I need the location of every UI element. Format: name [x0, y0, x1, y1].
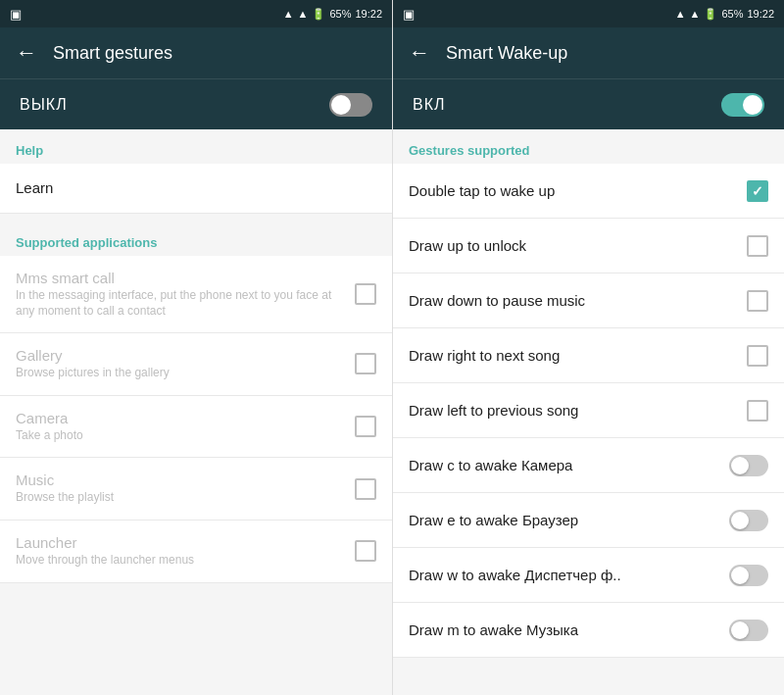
- list-item-music[interactable]: Music Browse the playlist: [0, 458, 392, 521]
- left-mms-title: Mms smart call: [16, 270, 345, 286]
- right-draw-e-toggle-knob: [731, 512, 749, 529]
- right-battery-icon: 🔋: [704, 8, 717, 21]
- left-top-bar: ← Smart gestures: [0, 27, 392, 78]
- right-draw-right-text: Draw right to next song: [409, 347, 737, 364]
- right-draw-c-toggle-knob: [731, 457, 749, 474]
- right-draw-m-title: Draw m to awake Музыка: [409, 621, 719, 638]
- right-draw-down-checkbox[interactable]: [747, 290, 768, 312]
- left-camera-subtitle: Take a photo: [16, 428, 345, 444]
- right-item-draw-c[interactable]: Draw c to awake Камера: [393, 438, 784, 493]
- list-item-gallery[interactable]: Gallery Browse pictures in the gallery: [0, 333, 392, 396]
- left-back-button[interactable]: ←: [16, 40, 37, 66]
- right-draw-m-toggle-knob: [731, 621, 749, 639]
- right-signal-icon: ▲: [690, 8, 701, 20]
- right-draw-c-toggle[interactable]: [729, 455, 768, 476]
- left-music-text: Music Browse the playlist: [16, 472, 345, 506]
- left-sim-icon: ▣: [10, 7, 22, 22]
- right-section-gestures: Gestures supported: [393, 129, 784, 164]
- left-mms-subtitle: In the messaging interface, put the phon…: [16, 288, 345, 319]
- left-launcher-checkbox[interactable]: [355, 540, 376, 562]
- right-draw-m-toggle[interactable]: [729, 620, 768, 641]
- right-item-draw-w[interactable]: Draw w to awake Диспетчер ф..: [393, 548, 784, 603]
- left-launcher-title: Launcher: [16, 534, 345, 551]
- right-draw-c-title: Draw c to awake Камера: [409, 457, 719, 473]
- right-draw-w-toggle[interactable]: [729, 565, 768, 586]
- list-item-camera[interactable]: Camera Take a photo: [0, 396, 392, 459]
- right-panel: ▣ ▲ ▲ 🔋 65% 19:22 ← Smart Wake-up ВКЛ Ge…: [392, 0, 784, 695]
- left-panel: ▣ ▲ ▲ 🔋 65% 19:22 ← Smart gestures ВЫКЛ …: [0, 0, 392, 695]
- left-status-left: ▣: [10, 7, 22, 22]
- left-mms-checkbox[interactable]: [355, 283, 376, 305]
- right-battery-pct: 65%: [721, 8, 743, 20]
- left-section-help: Help: [0, 129, 392, 164]
- left-status-bar: ▣ ▲ ▲ 🔋 65% 19:22: [0, 0, 392, 27]
- right-toggle-knob: [743, 95, 762, 115]
- right-item-double-tap[interactable]: Double tap to wake up: [393, 164, 784, 219]
- list-item-launcher[interactable]: Launcher Move through the launcher menus: [0, 521, 392, 583]
- right-draw-w-toggle-knob: [731, 567, 749, 584]
- right-draw-up-checkbox[interactable]: [747, 235, 768, 257]
- right-toggle-switch[interactable]: [721, 93, 764, 117]
- right-draw-m-text: Draw m to awake Музыка: [409, 621, 719, 638]
- right-content: Gestures supported Double tap to wake up…: [393, 129, 784, 695]
- right-status-right: ▲ ▲ 🔋 65% 19:22: [675, 8, 774, 21]
- right-item-draw-down[interactable]: Draw down to pause music: [393, 273, 784, 328]
- left-gallery-checkbox[interactable]: [355, 353, 376, 374]
- right-draw-right-title: Draw right to next song: [409, 347, 737, 364]
- left-music-title: Music: [16, 472, 345, 488]
- left-content: Help Learn Supported applications Mms sm…: [0, 129, 392, 695]
- right-double-tap-title: Double tap to wake up: [409, 182, 737, 199]
- left-mms-text: Mms smart call In the messaging interfac…: [16, 270, 345, 319]
- right-top-bar: ← Smart Wake-up: [393, 27, 784, 78]
- right-status-left: ▣: [403, 7, 415, 22]
- right-item-draw-left[interactable]: Draw left to previous song: [393, 383, 784, 438]
- left-page-title: Smart gestures: [53, 43, 172, 64]
- right-draw-e-text: Draw e to awake Браузер: [409, 512, 719, 528]
- right-sim-icon: ▣: [403, 7, 415, 22]
- right-draw-e-toggle[interactable]: [729, 510, 768, 531]
- list-item-mms[interactable]: Mms smart call In the messaging interfac…: [0, 256, 392, 333]
- right-status-bar: ▣ ▲ ▲ 🔋 65% 19:22: [393, 0, 784, 27]
- right-page-title: Smart Wake-up: [446, 43, 567, 64]
- right-draw-left-checkbox[interactable]: [747, 400, 768, 422]
- left-music-subtitle: Browse the playlist: [16, 490, 345, 506]
- left-launcher-text: Launcher Move through the launcher menus: [16, 534, 345, 569]
- right-draw-c-text: Draw c to awake Камера: [409, 457, 719, 473]
- left-learn-item[interactable]: Learn: [0, 164, 392, 214]
- right-item-draw-right[interactable]: Draw right to next song: [393, 328, 784, 383]
- right-time: 19:22: [747, 8, 774, 20]
- left-time: 19:22: [355, 8, 382, 20]
- left-status-right: ▲ ▲ 🔋 65% 19:22: [283, 8, 382, 21]
- left-music-checkbox[interactable]: [355, 478, 376, 500]
- right-item-draw-e[interactable]: Draw e to awake Браузер: [393, 493, 784, 548]
- right-double-tap-text: Double tap to wake up: [409, 182, 737, 199]
- right-double-tap-checkbox[interactable]: [747, 180, 768, 202]
- left-launcher-subtitle: Move through the launcher menus: [16, 553, 345, 569]
- left-toggle-switch[interactable]: [329, 93, 372, 117]
- right-draw-w-text: Draw w to awake Диспетчер ф..: [409, 567, 719, 583]
- left-gallery-subtitle: Browse pictures in the gallery: [16, 366, 345, 381]
- left-gallery-text: Gallery Browse pictures in the gallery: [16, 347, 345, 381]
- left-toggle-row: ВЫКЛ: [0, 78, 392, 129]
- right-wifi-icon: ▲: [675, 8, 686, 20]
- left-section-apps: Supported applications: [0, 222, 392, 256]
- right-draw-right-checkbox[interactable]: [747, 345, 768, 367]
- right-draw-e-title: Draw e to awake Браузер: [409, 512, 719, 528]
- left-divider: [0, 214, 392, 222]
- right-draw-up-title: Draw up to unlock: [409, 237, 737, 254]
- right-draw-down-text: Draw down to pause music: [409, 292, 737, 309]
- right-item-draw-up[interactable]: Draw up to unlock: [393, 219, 784, 273]
- left-camera-checkbox[interactable]: [355, 416, 376, 437]
- left-toggle-knob: [331, 95, 351, 115]
- right-draw-left-title: Draw left to previous song: [409, 402, 737, 419]
- left-camera-title: Camera: [16, 410, 345, 426]
- right-back-button[interactable]: ←: [409, 40, 430, 66]
- left-battery-icon: 🔋: [312, 8, 325, 21]
- right-item-draw-m[interactable]: Draw m to awake Музыка: [393, 603, 784, 658]
- right-draw-up-text: Draw up to unlock: [409, 237, 737, 254]
- left-learn-label: Learn: [16, 179, 53, 196]
- left-camera-text: Camera Take a photo: [16, 410, 345, 444]
- right-toggle-label: ВКЛ: [413, 96, 446, 114]
- right-draw-w-title: Draw w to awake Диспетчер ф..: [409, 567, 719, 583]
- left-toggle-label: ВЫКЛ: [20, 96, 68, 114]
